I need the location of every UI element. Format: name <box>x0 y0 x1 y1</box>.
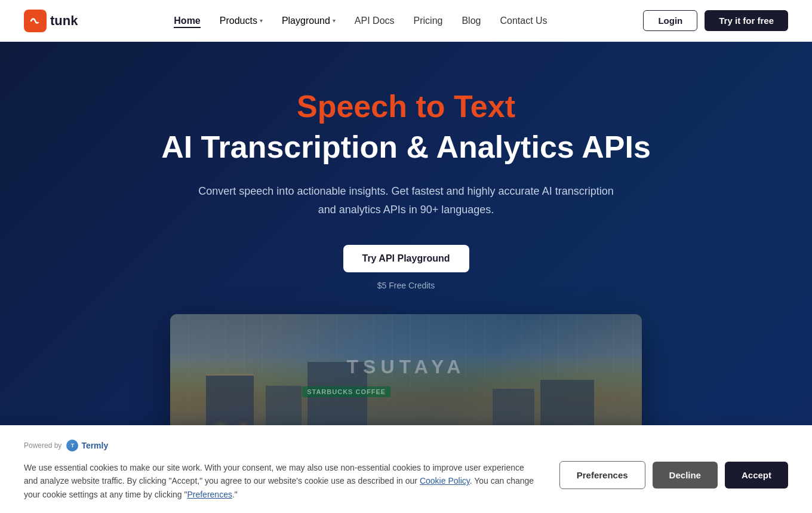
hero-title-main: AI Transcription & Analytics APIs <box>161 130 651 165</box>
nav-actions: Login Try it for free <box>643 10 788 31</box>
nav-api-docs[interactable]: API Docs <box>355 16 395 26</box>
termly-icon: T <box>66 440 78 451</box>
cookie-body: We use essential cookies to make our sit… <box>24 461 788 501</box>
cookie-policy-link[interactable]: Cookie Policy <box>420 476 470 486</box>
starbucks-label: STARBUCKS COFFEE <box>302 386 390 397</box>
preferences-inline-link[interactable]: Preferences <box>187 490 232 499</box>
products-chevron-icon: ▾ <box>260 17 263 24</box>
preferences-button[interactable]: Preferences <box>559 461 645 489</box>
logo-link[interactable]: tunk <box>24 10 78 32</box>
nav-products[interactable]: Products ▾ <box>220 16 263 26</box>
nav-playground[interactable]: Playground ▾ <box>282 16 336 26</box>
logo-icon <box>24 10 47 32</box>
termly-name: Termly <box>81 441 108 450</box>
powered-by-section: Powered by T Termly <box>24 440 788 451</box>
svg-point-0 <box>38 19 41 22</box>
hero-title-accent: Speech to Text <box>297 90 515 124</box>
termly-logo: T Termly <box>66 440 108 451</box>
nav-blog[interactable]: Blog <box>462 16 481 26</box>
try-free-button[interactable]: Try it for free <box>705 10 788 31</box>
cookie-banner: Powered by T Termly We use essential coo… <box>0 425 812 513</box>
hero-subtitle: Convert speech into actionable insights.… <box>191 182 621 219</box>
tsutaya-label: TSUTAYA <box>347 356 466 378</box>
login-button[interactable]: Login <box>643 10 697 31</box>
cookie-text: We use essential cookies to make our sit… <box>24 461 536 501</box>
nav-contact[interactable]: Contact Us <box>500 16 547 26</box>
cookie-actions: Preferences Decline Accept <box>559 461 788 489</box>
hero-credit: $5 Free Credits <box>377 281 435 290</box>
playground-chevron-icon: ▾ <box>333 17 336 24</box>
nav-pricing[interactable]: Pricing <box>414 16 443 26</box>
nav-links: Home Products ▾ Playground ▾ API Docs Pr… <box>174 16 547 26</box>
nav-home[interactable]: Home <box>174 16 200 28</box>
navbar: tunk Home Products ▾ Playground ▾ API Do… <box>0 0 812 42</box>
cta-button[interactable]: Try API Playground <box>343 245 469 272</box>
decline-button[interactable]: Decline <box>653 462 718 489</box>
powered-by-text: Powered by <box>24 441 61 450</box>
logo-text: tunk <box>50 13 78 29</box>
accept-button[interactable]: Accept <box>725 462 788 489</box>
